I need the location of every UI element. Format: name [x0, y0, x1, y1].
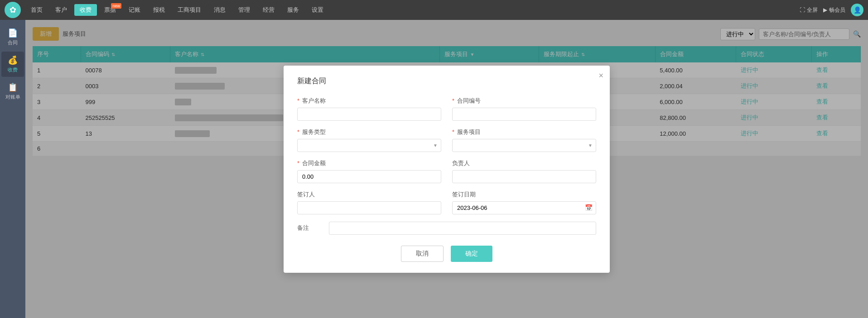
- play-icon: ▶: [823, 7, 827, 13]
- modal-overlay[interactable]: × 新建合同 * 客户名称 * 合同编号: [25, 20, 868, 318]
- nav-item-service[interactable]: 服务: [282, 4, 304, 16]
- nav-item-bookkeeping[interactable]: 记账: [123, 4, 146, 16]
- app-logo: ✿: [5, 2, 21, 18]
- new-contract-modal: × 新建合同 * 客户名称 * 合同编号: [284, 66, 610, 273]
- sign-date-wrapper: 📅: [452, 201, 596, 214]
- nav-item-message[interactable]: 消息: [208, 4, 231, 16]
- nav-item-fee[interactable]: 收费: [74, 4, 97, 16]
- sidebar-item-contract-label: 合同: [8, 39, 18, 46]
- form-row-remark: 备注: [297, 222, 596, 235]
- form-row-signer: 签订人: [297, 190, 441, 214]
- contract-icon: 📄: [8, 28, 18, 38]
- service-type-select-wrapper: [297, 139, 441, 152]
- service-item-select[interactable]: [452, 139, 596, 152]
- topnav-right: ⛶ 全屏 ▶ 畅会员 👤: [800, 4, 863, 16]
- customer-name-label: * 客户名称: [297, 97, 441, 105]
- form-grid: * 客户名称 * 合同编号: [297, 97, 596, 235]
- customer-name-input[interactable]: [297, 108, 441, 121]
- sign-date-label: 签订日期: [452, 190, 596, 199]
- signer-label: 签订人: [297, 190, 441, 199]
- statement-icon: 📋: [8, 82, 18, 92]
- sidebar-item-fee-label: 收费: [8, 66, 18, 73]
- service-item-select-wrapper: [452, 139, 596, 152]
- member-button[interactable]: ▶ 畅会员: [823, 6, 845, 14]
- form-row-service-type: * 服务类型: [297, 128, 441, 152]
- contract-no-input[interactable]: [452, 108, 596, 121]
- responsible-person-input[interactable]: [452, 170, 596, 183]
- nav-item-invoice[interactable]: 票据 new: [99, 4, 121, 16]
- contract-no-label: * 合同编号: [452, 97, 596, 105]
- contract-amount-input[interactable]: [297, 170, 441, 183]
- nav-item-operation[interactable]: 经营: [257, 4, 280, 16]
- nav-item-home[interactable]: 首页: [25, 4, 48, 16]
- content-area: 新增 服务项目 进行中 已完成 已终止 🔍 序号 合同编码: [25, 20, 868, 318]
- contract-amount-label: * 合同金额: [297, 159, 441, 167]
- modal-title: 新建合同: [297, 76, 596, 86]
- service-type-label: * 服务类型: [297, 128, 441, 136]
- nav-items: 首页 客户 收费 票据 new 记账 报税 工商项目 消息 管理 经营 服务 设…: [25, 4, 800, 16]
- cancel-button[interactable]: 取消: [401, 246, 444, 262]
- top-navigation: ✿ 首页 客户 收费 票据 new 记账 报税 工商项目 消息 管理 经营 服务…: [0, 0, 868, 20]
- fullscreen-icon: ⛶: [800, 7, 805, 13]
- sidebar-item-statement-label: 对账单: [5, 94, 20, 100]
- sidebar-item-fee[interactable]: 💰 收费: [1, 52, 24, 77]
- responsible-person-label: 负责人: [452, 159, 596, 167]
- avatar[interactable]: 👤: [851, 4, 863, 16]
- fee-icon: 💰: [8, 55, 18, 65]
- sidebar-item-contract[interactable]: 📄 合同: [1, 24, 24, 50]
- nav-item-manage[interactable]: 管理: [233, 4, 256, 16]
- nav-item-settings[interactable]: 设置: [306, 4, 329, 16]
- nav-item-tax[interactable]: 报税: [148, 4, 170, 16]
- form-row-service-item: * 服务项目: [452, 128, 596, 152]
- fullscreen-button[interactable]: ⛶ 全屏: [800, 6, 818, 14]
- form-row-responsible: 负责人: [452, 159, 596, 183]
- form-row-customer: * 客户名称: [297, 97, 441, 121]
- form-row-sign-date: 签订日期 📅: [452, 190, 596, 214]
- sidebar-item-statement[interactable]: 📋 对账单: [1, 79, 24, 104]
- form-row-contract-no: * 合同编号: [452, 97, 596, 121]
- main-layout: 📄 合同 💰 收费 📋 对账单 新增 服务项目 进行中 已完成 已终止 🔍: [0, 20, 868, 318]
- nav-item-business[interactable]: 工商项目: [172, 4, 207, 16]
- form-row-amount: * 合同金额: [297, 159, 441, 183]
- signer-input[interactable]: [297, 201, 441, 214]
- remark-input[interactable]: [329, 222, 596, 235]
- sign-date-input[interactable]: [452, 201, 596, 214]
- nav-item-customer[interactable]: 客户: [50, 4, 72, 16]
- modal-footer: 取消 确定: [297, 246, 596, 262]
- service-type-select[interactable]: [297, 139, 441, 152]
- new-badge: new: [111, 3, 121, 9]
- sidebar: 📄 合同 💰 收费 📋 对账单: [0, 20, 25, 318]
- confirm-button[interactable]: 确定: [451, 246, 492, 262]
- service-item-label: * 服务项目: [452, 128, 596, 136]
- remark-label: 备注: [297, 224, 323, 232]
- modal-close-button[interactable]: ×: [598, 71, 603, 81]
